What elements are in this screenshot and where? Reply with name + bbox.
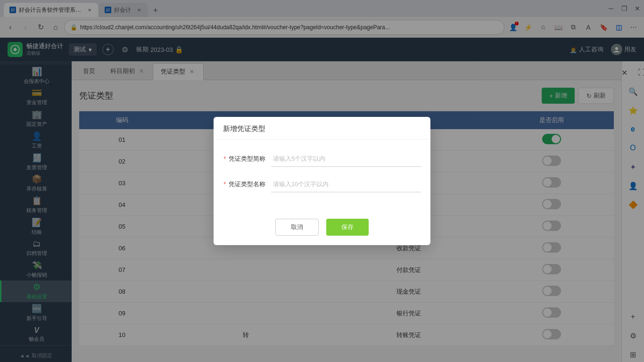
dialog-body: * 凭证类型简称 * 凭证类型名称: [214, 140, 430, 213]
save-button[interactable]: 保存: [326, 219, 369, 236]
abbr-form-row: * 凭证类型简称: [223, 151, 421, 167]
name-input[interactable]: [271, 176, 421, 192]
abbr-input[interactable]: [271, 151, 421, 167]
dialog-header: 新增凭证类型: [214, 117, 430, 140]
dialog-title: 新增凭证类型: [223, 124, 265, 132]
dialog-footer: 取消 保存: [214, 213, 430, 245]
abbr-label-text: 凭证类型简称: [229, 155, 265, 162]
dialog-overlay: 新增凭证类型 * 凭证类型简称 * 凭证类型名称 取消 保存: [0, 0, 644, 362]
cancel-button[interactable]: 取消: [275, 219, 319, 236]
abbr-label: * 凭证类型简称: [223, 155, 265, 163]
name-form-row: * 凭证类型名称: [223, 176, 421, 192]
name-label: * 凭证类型名称: [223, 180, 265, 189]
name-label-text: 凭证类型名称: [229, 181, 265, 188]
new-voucher-dialog: 新增凭证类型 * 凭证类型简称 * 凭证类型名称 取消 保存: [214, 117, 430, 245]
